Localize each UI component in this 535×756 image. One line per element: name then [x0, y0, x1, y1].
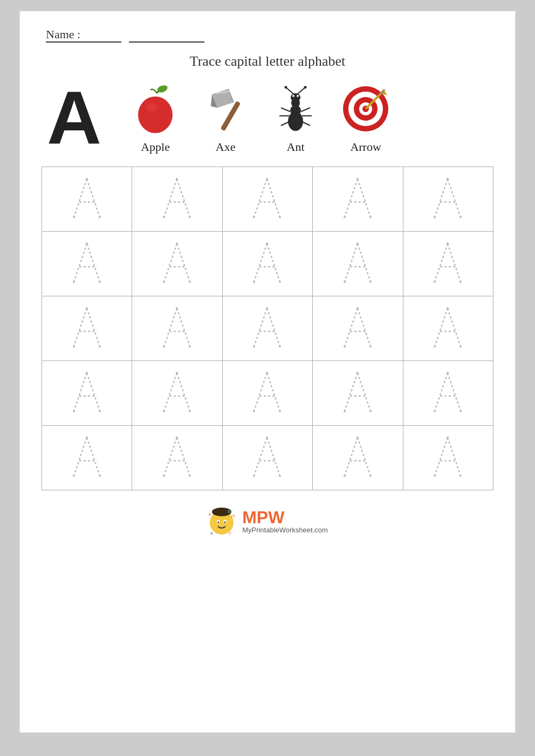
- dotted-letter-A: [70, 241, 105, 285]
- svg-point-55: [344, 216, 346, 218]
- svg-point-1: [138, 96, 173, 133]
- svg-point-90: [447, 242, 449, 245]
- svg-text:+: +: [208, 512, 211, 517]
- svg-point-92: [459, 281, 462, 283]
- svg-line-88: [448, 244, 461, 282]
- big-letter-A: A: [47, 80, 101, 156]
- svg-point-133: [163, 410, 165, 412]
- dotted-letter-A: [70, 370, 105, 414]
- word-item-apple: Apple: [128, 82, 182, 154]
- svg-point-169: [253, 475, 255, 477]
- svg-line-135: [254, 373, 267, 411]
- svg-point-139: [253, 410, 255, 412]
- svg-point-16: [285, 86, 287, 88]
- svg-point-146: [369, 410, 372, 412]
- svg-line-52: [358, 179, 371, 217]
- trace-cell: [313, 232, 403, 296]
- trace-cell: [403, 296, 493, 361]
- svg-point-74: [189, 281, 191, 283]
- svg-point-43: [163, 216, 165, 218]
- arrow-label: Arrow: [350, 140, 381, 154]
- axe-icon: [198, 82, 252, 136]
- svg-line-171: [345, 438, 358, 476]
- dotted-letter-A: [430, 241, 465, 285]
- dotted-letter-A: [250, 306, 285, 350]
- svg-point-44: [189, 216, 191, 218]
- svg-point-162: [176, 436, 178, 439]
- svg-line-87: [435, 244, 448, 282]
- dotted-letter-A: [340, 435, 375, 479]
- svg-line-117: [435, 308, 448, 346]
- svg-point-182: [459, 475, 462, 477]
- svg-text:B: B: [228, 509, 231, 514]
- ant-icon: [269, 82, 323, 136]
- svg-line-51: [345, 179, 358, 217]
- svg-line-147: [435, 373, 448, 411]
- svg-line-70: [177, 244, 190, 282]
- dotted-letter-A: [430, 435, 465, 479]
- svg-line-166: [267, 438, 280, 476]
- svg-line-75: [254, 244, 267, 282]
- svg-line-153: [74, 438, 87, 476]
- trace-cell: [42, 361, 132, 426]
- svg-line-129: [164, 373, 177, 411]
- worksheet-page: Name : Trace capital letter alphabet A: [19, 11, 516, 733]
- trace-cell: [403, 361, 493, 426]
- svg-point-151: [434, 410, 436, 412]
- svg-point-79: [253, 281, 255, 283]
- letter-section: A Apple: [42, 80, 493, 156]
- svg-point-42: [176, 178, 178, 180]
- svg-line-81: [345, 244, 358, 282]
- svg-point-120: [447, 307, 449, 309]
- svg-point-86: [369, 281, 372, 283]
- svg-point-12: [292, 95, 294, 97]
- svg-line-118: [448, 308, 461, 346]
- apple-label: Apple: [141, 140, 170, 154]
- svg-line-160: [177, 438, 190, 476]
- svg-point-38: [99, 216, 101, 218]
- footer: + B √5 A 0 MPW MyPrintableWorksheet.com: [42, 507, 493, 536]
- trace-cell: [132, 167, 222, 232]
- svg-point-68: [99, 281, 101, 283]
- svg-point-127: [73, 410, 75, 412]
- svg-line-177: [435, 438, 448, 476]
- dotted-letter-A: [250, 370, 285, 414]
- svg-point-103: [163, 345, 165, 348]
- svg-line-45: [254, 179, 267, 217]
- svg-line-46: [267, 179, 280, 217]
- trace-cell: [403, 167, 493, 232]
- page-title: Trace capital letter alphabet: [42, 53, 493, 70]
- svg-point-114: [356, 307, 359, 309]
- svg-point-96: [86, 307, 88, 309]
- svg-line-40: [177, 179, 190, 217]
- svg-point-78: [266, 242, 268, 245]
- word-item-ant: Ant: [269, 82, 323, 154]
- dotted-letter-A: [340, 306, 375, 350]
- dotted-letter-A: [250, 435, 285, 479]
- mpw-logo-icon: + B √5 A 0: [207, 507, 237, 536]
- svg-line-18: [281, 108, 290, 112]
- svg-point-73: [163, 281, 165, 283]
- svg-point-134: [189, 410, 191, 412]
- word-item-axe: Axe: [198, 82, 252, 154]
- svg-line-15: [298, 88, 305, 94]
- svg-point-60: [447, 178, 449, 180]
- svg-line-69: [164, 244, 177, 282]
- svg-point-108: [266, 307, 268, 309]
- dotted-letter-A: [340, 176, 375, 220]
- svg-point-102: [176, 307, 178, 309]
- svg-point-67: [73, 281, 75, 283]
- svg-line-178: [448, 438, 461, 476]
- svg-line-94: [87, 308, 100, 346]
- footer-brand: MPW MyPrintableWorksheet.com: [242, 509, 328, 534]
- svg-point-98: [99, 345, 101, 348]
- word-items: Apple Axe: [128, 82, 393, 154]
- svg-point-126: [86, 372, 88, 374]
- svg-line-19: [301, 108, 310, 112]
- name-underline: [129, 27, 204, 43]
- svg-line-93: [74, 308, 87, 346]
- svg-line-76: [267, 244, 280, 282]
- svg-point-97: [73, 345, 75, 348]
- dotted-letter-A: [430, 370, 465, 414]
- trace-cell: [403, 426, 493, 490]
